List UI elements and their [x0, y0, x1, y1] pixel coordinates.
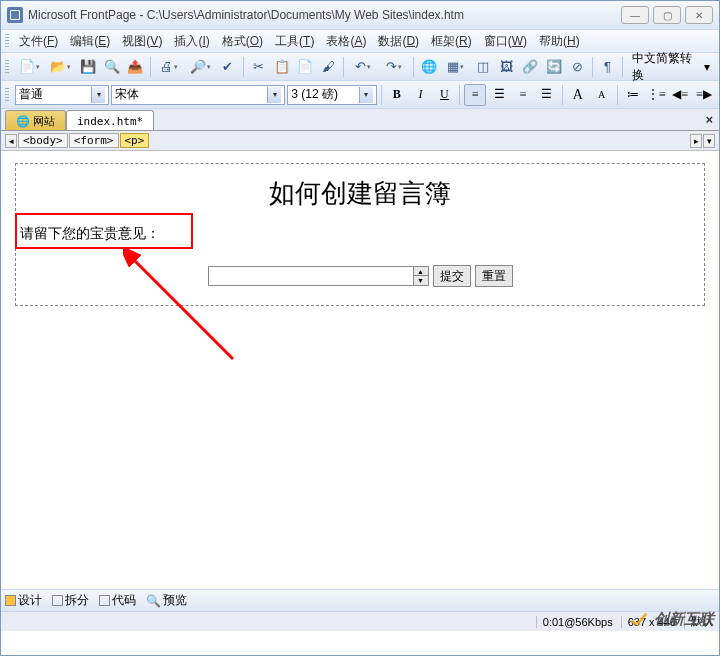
- document-tabs: 🌐 网站 index.htm* ×: [1, 109, 719, 131]
- search-button[interactable]: 🔍: [101, 56, 122, 78]
- menu-help[interactable]: 帮助(H): [533, 31, 586, 52]
- breadcrumb-prev-button[interactable]: ◂: [5, 134, 17, 148]
- maximize-button[interactable]: ▢: [653, 6, 681, 24]
- spellcheck-button[interactable]: ✔: [217, 56, 238, 78]
- toolbar-grip[interactable]: [5, 60, 9, 74]
- indent-button[interactable]: ≡▶: [693, 84, 715, 106]
- separator: [622, 57, 623, 77]
- view-code-button[interactable]: 代码: [99, 592, 136, 609]
- menu-window[interactable]: 窗口(W): [478, 31, 533, 52]
- toolbar-grip[interactable]: [5, 88, 9, 102]
- hyperlink-button[interactable]: 🔗: [519, 56, 540, 78]
- spinner-down-button[interactable]: ▼: [414, 276, 428, 285]
- new-button[interactable]: 📄▾: [15, 56, 44, 78]
- menu-file[interactable]: 文件(F): [13, 31, 64, 52]
- preview-icon: 🔍: [146, 594, 161, 608]
- separator: [592, 57, 593, 77]
- spinner-text-field[interactable]: [208, 266, 414, 286]
- stop-button[interactable]: ⊘: [566, 56, 587, 78]
- spinner-input[interactable]: ▲ ▼: [208, 266, 429, 286]
- menu-insert[interactable]: 插入(I): [168, 31, 215, 52]
- form-controls: ▲ ▼ 提交 重置: [20, 265, 700, 287]
- format-toolbar: 普通▾ 宋体▾ 3 (12 磅)▾ B I U ≡ ☰ ≡ ☰ A A ≔ ⋮≡…: [1, 81, 719, 109]
- separator: [413, 57, 414, 77]
- toolbar-grip[interactable]: [5, 34, 9, 48]
- watermark-icon: [628, 608, 650, 630]
- minimize-button[interactable]: —: [621, 6, 649, 24]
- tab-label: 网站: [33, 114, 55, 129]
- paste-button[interactable]: 📄: [294, 56, 315, 78]
- cut-button[interactable]: ✂: [248, 56, 269, 78]
- web-component-button[interactable]: 🌐: [418, 56, 439, 78]
- table-button[interactable]: ▦▾: [441, 56, 470, 78]
- align-justify-button[interactable]: ☰: [536, 84, 558, 106]
- editor-canvas[interactable]: 如何创建留言簿 请留下您的宝贵意见： ▲ ▼ 提交 重置: [1, 151, 719, 589]
- status-time: 0:01@56Kbps: [536, 616, 613, 628]
- underline-button[interactable]: U: [433, 84, 455, 106]
- format-painter-button[interactable]: 🖌: [318, 56, 339, 78]
- breadcrumb-body[interactable]: <body>: [18, 133, 68, 148]
- menu-frame[interactable]: 框架(R): [425, 31, 478, 52]
- print-button[interactable]: 🖨▾: [155, 56, 184, 78]
- numbered-list-button[interactable]: ≔: [622, 84, 644, 106]
- spinner-up-button[interactable]: ▲: [414, 267, 428, 276]
- menu-format[interactable]: 格式(O): [216, 31, 269, 52]
- code-icon: [99, 595, 110, 606]
- tab-website[interactable]: 🌐 网站: [5, 110, 66, 130]
- window-title: Microsoft FrontPage - C:\Users\Administr…: [28, 8, 621, 22]
- outdent-button[interactable]: ◀≡: [669, 84, 691, 106]
- align-right-button[interactable]: ≡: [512, 84, 534, 106]
- menu-data[interactable]: 数据(D): [372, 31, 425, 52]
- menu-edit[interactable]: 编辑(E): [64, 31, 116, 52]
- align-left-button[interactable]: ≡: [464, 84, 486, 106]
- copy-button[interactable]: 📋: [271, 56, 292, 78]
- menu-table[interactable]: 表格(A): [320, 31, 372, 52]
- view-preview-button[interactable]: 🔍预览: [146, 592, 187, 609]
- increase-font-button[interactable]: A: [567, 84, 589, 106]
- picture-button[interactable]: 🖼: [496, 56, 517, 78]
- annotation-highlight: [15, 213, 193, 249]
- view-design-button[interactable]: 设计: [5, 592, 42, 609]
- redo-button[interactable]: ↷▾: [380, 56, 409, 78]
- font-combo[interactable]: 宋体▾: [111, 85, 285, 105]
- globe-icon: 🌐: [16, 115, 30, 128]
- menu-tools[interactable]: 工具(T): [269, 31, 320, 52]
- open-button[interactable]: 📂▾: [46, 56, 75, 78]
- separator: [343, 57, 344, 77]
- view-split-button[interactable]: 拆分: [52, 592, 89, 609]
- tab-index[interactable]: index.htm*: [66, 110, 154, 130]
- italic-button[interactable]: I: [410, 84, 432, 106]
- split-icon: [52, 595, 63, 606]
- style-combo[interactable]: 普通▾: [15, 85, 109, 105]
- breadcrumb-p[interactable]: <p>: [120, 133, 150, 148]
- save-button[interactable]: 💾: [77, 56, 98, 78]
- reset-button[interactable]: 重置: [475, 265, 513, 287]
- layer-button[interactable]: ◫: [472, 56, 493, 78]
- breadcrumb-menu-button[interactable]: ▾: [703, 134, 715, 148]
- separator: [562, 85, 563, 105]
- bold-button[interactable]: B: [386, 84, 408, 106]
- bullet-list-button[interactable]: ⋮≡: [645, 84, 667, 106]
- close-button[interactable]: ✕: [685, 6, 713, 24]
- breadcrumb-form[interactable]: <form>: [69, 133, 119, 148]
- menu-view[interactable]: 视图(V): [116, 31, 168, 52]
- view-mode-bar: 设计 拆分 代码 🔍预览: [1, 589, 719, 611]
- size-combo[interactable]: 3 (12 磅)▾: [287, 85, 376, 105]
- preview-button[interactable]: 🔎▾: [186, 56, 215, 78]
- align-center-button[interactable]: ☰: [488, 84, 510, 106]
- design-icon: [5, 595, 16, 606]
- lang-convert-button[interactable]: 中文简繁转换▾: [627, 56, 715, 78]
- show-all-button[interactable]: ¶: [597, 56, 618, 78]
- separator: [381, 85, 382, 105]
- page-heading[interactable]: 如何创建留言簿: [20, 170, 700, 217]
- tab-close-button[interactable]: ×: [705, 112, 713, 127]
- refresh-button[interactable]: 🔄: [543, 56, 564, 78]
- submit-button[interactable]: 提交: [433, 265, 471, 287]
- title-bar: Microsoft FrontPage - C:\Users\Administr…: [1, 1, 719, 29]
- menu-bar: 文件(F) 编辑(E) 视图(V) 插入(I) 格式(O) 工具(T) 表格(A…: [1, 29, 719, 53]
- breadcrumb-next-button[interactable]: ▸: [690, 134, 702, 148]
- publish-button[interactable]: 📤: [124, 56, 145, 78]
- decrease-font-button[interactable]: A: [591, 84, 613, 106]
- undo-button[interactable]: ↶▾: [348, 56, 377, 78]
- separator: [150, 57, 151, 77]
